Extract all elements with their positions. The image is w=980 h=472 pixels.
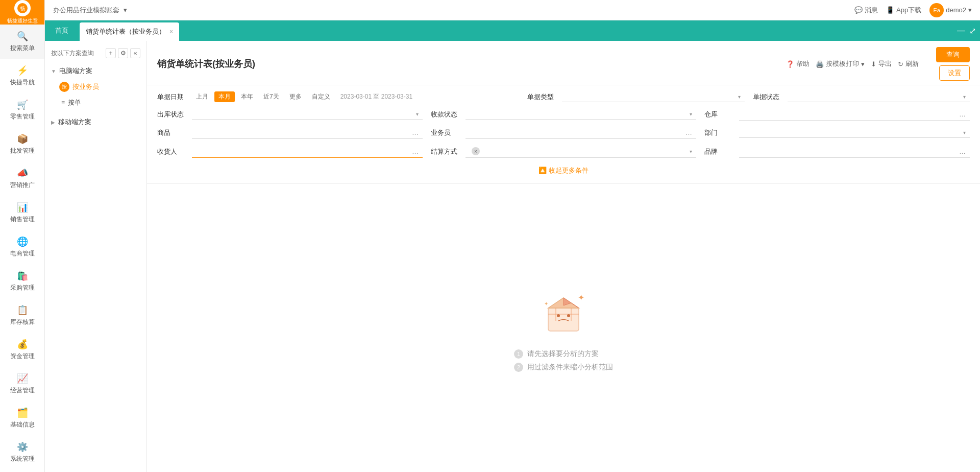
sidebar: 畅 畅捷通好生意 🔍 搜索菜单 ⚡ 快捷导航 🛒 零售管理 📦 批发管理 📣 营… bbox=[0, 0, 45, 472]
empty-step-2: 2 用过滤条件来缩小分析范围 bbox=[514, 363, 613, 372]
sidebar-label-marketing: 营销推广 bbox=[10, 181, 35, 188]
sidebar-item-inventory[interactable]: 📋 库存核算 bbox=[0, 298, 45, 333]
date-btn-prev-month[interactable]: 上月 bbox=[192, 91, 212, 102]
settlement-clear-btn[interactable]: × bbox=[472, 147, 480, 155]
sidebar-label-basic-info: 基础信息 bbox=[10, 421, 35, 428]
brand-label: 品牌 bbox=[704, 147, 735, 156]
scheme-item-by-doc[interactable]: ≡ 按单 bbox=[45, 95, 146, 110]
maximize-icon[interactable]: ⤢ bbox=[969, 26, 976, 36]
doc-scheme-label: 按单 bbox=[68, 98, 81, 107]
collapse-label: 🔼 收起更多条件 bbox=[538, 167, 589, 174]
sidebar-label-wholesale: 批发管理 bbox=[10, 147, 35, 154]
step-2-label: 用过滤条件来缩小分析范围 bbox=[527, 363, 613, 372]
receipt-status-input[interactable]: ▾ bbox=[465, 109, 696, 120]
finance-icon: 💰 bbox=[2, 339, 43, 350]
sidebar-item-wholesale[interactable]: 📦 批发管理 bbox=[0, 127, 45, 161]
doc-status-input[interactable]: ▾ bbox=[788, 92, 970, 102]
date-btn-custom[interactable]: 自定义 bbox=[308, 91, 334, 102]
export-btn[interactable]: ⬇ 导出 bbox=[871, 59, 892, 68]
warehouse-input[interactable]: … bbox=[739, 108, 970, 121]
consignee-dots[interactable]: … bbox=[412, 148, 419, 155]
page-title: 销货单统计表(按业务员) bbox=[157, 58, 255, 70]
filter-warehouse: 仓库 … bbox=[704, 108, 970, 121]
date-label: 单据日期 bbox=[157, 92, 188, 102]
mobile-scheme-title[interactable]: ▶ 移动端方案 bbox=[45, 114, 146, 130]
salesperson-input[interactable]: … bbox=[465, 127, 696, 139]
tab-close-icon[interactable]: × bbox=[169, 28, 173, 35]
brand-dots[interactable]: … bbox=[959, 148, 966, 155]
filter-doc-status: 单据状态 ▾ bbox=[753, 92, 970, 102]
desktop-scheme-title[interactable]: ▼ 电脑端方案 bbox=[45, 63, 146, 79]
date-btn-this-month[interactable]: 本月 bbox=[214, 91, 235, 102]
settings-btn[interactable]: 设置 bbox=[939, 65, 970, 81]
search-menu-icon: 🔍 bbox=[2, 31, 43, 42]
warehouse-dots[interactable]: … bbox=[959, 110, 966, 118]
app-name: 畅捷通好生意 bbox=[7, 17, 38, 25]
refresh-btn[interactable]: ↻ 刷新 bbox=[898, 59, 919, 68]
brand-input[interactable]: … bbox=[739, 146, 970, 158]
sidebar-item-ecommerce[interactable]: 🌐 电商管理 bbox=[0, 230, 45, 264]
print-btn[interactable]: 🖨️ 按模板打印 ▾ bbox=[816, 59, 865, 68]
receipt-status-arrow: ▾ bbox=[690, 111, 692, 117]
settlement-input[interactable]: × ▾ bbox=[465, 145, 696, 158]
step-1-label: 请先选择要分析的方案 bbox=[527, 349, 599, 359]
scheme-collapse-btn[interactable]: « bbox=[130, 48, 140, 58]
help-btn[interactable]: ❓ 帮助 bbox=[786, 59, 810, 68]
scheme-settings-btn[interactable]: ⚙ bbox=[118, 48, 128, 58]
sidebar-item-retail[interactable]: 🛒 零售管理 bbox=[0, 93, 45, 127]
out-status-input[interactable]: ▾ bbox=[192, 109, 423, 120]
goods-dots[interactable]: … bbox=[412, 129, 419, 136]
sidebar-item-finance[interactable]: 💰 资金管理 bbox=[0, 333, 45, 367]
export-icon: ⬇ bbox=[871, 60, 876, 68]
consignee-input[interactable]: … bbox=[192, 146, 423, 158]
sidebar-item-marketing[interactable]: 📣 营销推广 bbox=[0, 161, 45, 196]
doc-scheme-icon: ≡ bbox=[61, 99, 65, 106]
inventory-icon: 📋 bbox=[2, 304, 43, 316]
filter-date: 单据日期 上月 本月 本年 近7天 更多 自定义 2023-03-01 至 20… bbox=[157, 91, 519, 102]
date-btn-more[interactable]: 更多 bbox=[285, 91, 306, 102]
filter-receipt-status: 收款状态 ▾ bbox=[431, 109, 696, 120]
consignee-label: 收货人 bbox=[157, 147, 188, 156]
filter-dept: 部门 ▾ bbox=[704, 128, 970, 138]
query-btn[interactable]: 查询 bbox=[936, 47, 970, 62]
date-range: 2023-03-01 至 2023-03-31 bbox=[340, 92, 412, 101]
sidebar-item-operations[interactable]: 📈 经营管理 bbox=[0, 367, 45, 401]
sidebar-item-quick-nav[interactable]: ⚡ 快捷导航 bbox=[0, 59, 45, 93]
download-icon: 📱 bbox=[886, 6, 894, 14]
sidebar-label-sales: 销售管理 bbox=[10, 216, 35, 223]
retail-icon: 🛒 bbox=[2, 99, 43, 110]
app-logo[interactable]: 畅 畅捷通好生意 bbox=[0, 0, 45, 25]
doc-type-input[interactable]: ▾ bbox=[562, 92, 744, 102]
filter-goods: 商品 … bbox=[157, 127, 423, 139]
goods-input[interactable]: … bbox=[192, 127, 423, 139]
sidebar-item-enterprise[interactable]: 🤝 企业协同 bbox=[0, 469, 45, 472]
dept-input[interactable]: ▾ bbox=[739, 128, 970, 138]
scheme-add-btn[interactable]: + bbox=[106, 48, 116, 58]
scheme-item-salesperson[interactable]: 按 按业务员 bbox=[45, 79, 146, 95]
sidebar-item-purchase[interactable]: 🛍️ 采购管理 bbox=[0, 264, 45, 298]
filter-row-3: 商品 … 业务员 … 部门 ▾ bbox=[157, 127, 970, 139]
svg-point-8 bbox=[557, 314, 560, 317]
sidebar-item-search-menu[interactable]: 🔍 搜索菜单 bbox=[0, 25, 45, 59]
app-download-btn[interactable]: 📱 App下载 bbox=[886, 6, 921, 15]
minimize-icon[interactable]: — bbox=[957, 26, 965, 35]
receipt-status-label: 收款状态 bbox=[431, 110, 461, 119]
tab-home[interactable]: 首页 bbox=[45, 20, 79, 41]
logo-icon: 畅 bbox=[14, 0, 31, 16]
date-btn-7days[interactable]: 近7天 bbox=[259, 91, 283, 102]
sidebar-item-basic-info[interactable]: 🗂️ 基础信息 bbox=[0, 401, 45, 435]
filter-brand: 品牌 … bbox=[704, 146, 970, 158]
salesperson-dots[interactable]: … bbox=[685, 129, 692, 136]
tab-active[interactable]: 销货单统计表（按业务员） × bbox=[80, 22, 179, 41]
step-2-num: 2 bbox=[514, 363, 523, 372]
svg-text:畅: 畅 bbox=[20, 6, 25, 11]
message-btn[interactable]: 💬 消息 bbox=[854, 6, 878, 15]
sidebar-item-sales[interactable]: 📊 销售管理 bbox=[0, 196, 45, 230]
user-menu[interactable]: Ea demo2 ▾ bbox=[929, 3, 972, 17]
sidebar-item-system[interactable]: ⚙️ 系统管理 bbox=[0, 435, 45, 469]
collapse-filters-btn[interactable]: 🔼 收起更多条件 bbox=[157, 164, 970, 177]
date-btn-this-year[interactable]: 本年 bbox=[237, 91, 257, 102]
mobile-scheme-label: 移动端方案 bbox=[58, 117, 91, 127]
breadcrumb-arrow: ▾ bbox=[124, 6, 127, 14]
sidebar-label-finance: 资金管理 bbox=[10, 352, 35, 360]
